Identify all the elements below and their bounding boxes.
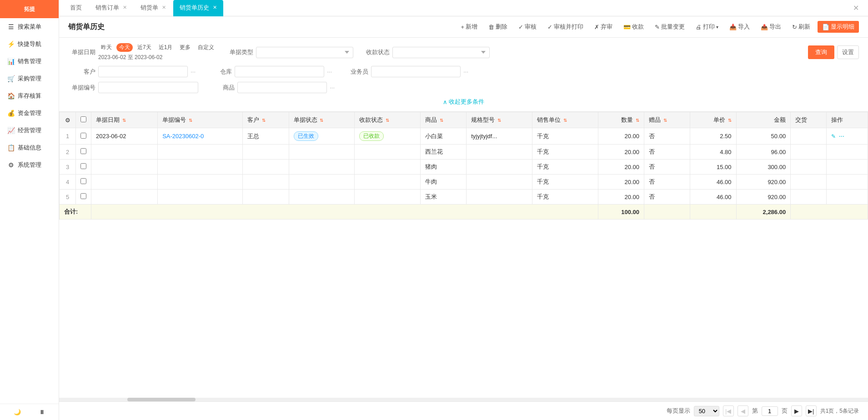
th-settings[interactable]: ⚙ — [60, 112, 76, 128]
tab-sales-history[interactable]: 销货单历史 ✕ — [173, 0, 223, 16]
horizontal-scrollbar[interactable] — [59, 398, 868, 401]
tab-close-sales-order[interactable]: ✕ — [123, 5, 127, 10]
row-checkbox-3[interactable] — [80, 163, 86, 169]
th-amount[interactable]: 金额 — [736, 112, 791, 128]
tab-sales-delivery[interactable]: 销货单 ✕ — [134, 0, 172, 16]
cell-doc-no-1: SA-20230602-0 — [158, 128, 243, 145]
th-quantity[interactable]: 数量 ⇅ — [598, 112, 644, 128]
first-page-button[interactable]: |◀ — [723, 405, 734, 416]
settings-button[interactable]: 设置 — [837, 45, 859, 59]
row-checkbox-5[interactable] — [80, 193, 86, 199]
delete-button[interactable]: 🗑 删除 — [485, 21, 511, 33]
page-input[interactable] — [762, 406, 778, 416]
th-doc-status[interactable]: 单据状态 ⇅ — [289, 112, 355, 128]
warehouse-dots[interactable]: ··· — [327, 68, 332, 75]
sidebar-item-basic-info[interactable]: 📋 基础信息 — [0, 139, 59, 156]
cell-quantity-4: 20.00 — [598, 175, 644, 190]
goods-dots[interactable]: ··· — [330, 84, 335, 91]
shortcut-more[interactable]: 更多 — [177, 43, 193, 52]
doc-no-input[interactable] — [98, 82, 198, 93]
cell-checkbox-4[interactable] — [76, 175, 91, 190]
customer-dots[interactable]: ··· — [191, 68, 196, 75]
pause-icon[interactable]: ⏸ — [39, 409, 45, 415]
th-payment-status[interactable]: 收款状态 ⇅ — [355, 112, 421, 128]
per-page-select[interactable]: 50 100 200 — [694, 406, 719, 416]
refresh-button[interactable]: ↻ 刷新 — [788, 21, 814, 33]
row-checkbox-1[interactable] — [80, 133, 86, 139]
import-icon: 📥 — [729, 24, 737, 30]
staff-input[interactable] — [371, 66, 461, 77]
sidebar: 拓提 ☰ 搜索菜单 ⚡ 快捷导航 📊 销售管理 🛒 采购管理 🏠 库存核算 💰 … — [0, 0, 59, 420]
sidebar-item-system[interactable]: ⚙ 系统管理 — [0, 156, 59, 174]
audit-print-button[interactable]: ✓ 审核并打印 — [544, 21, 587, 33]
doc-type-select[interactable] — [256, 47, 353, 58]
cell-spec-5 — [467, 190, 532, 205]
tab-close-sales-delivery[interactable]: ✕ — [162, 5, 166, 10]
cell-goods-4: 牛肉 — [420, 175, 466, 190]
th-unit-price[interactable]: 单价 ⇅ — [690, 112, 736, 128]
prev-page-button[interactable]: ◀ — [738, 405, 748, 416]
tab-close-sales-history[interactable]: ✕ — [213, 5, 217, 10]
query-button[interactable]: 查询 — [808, 45, 834, 59]
cell-checkbox-1[interactable] — [76, 128, 91, 145]
row-checkbox-4[interactable] — [80, 178, 86, 184]
next-page-button[interactable]: ▶ — [791, 405, 802, 416]
last-page-button[interactable]: ▶| — [806, 405, 817, 416]
sidebar-item-sales-mgmt[interactable]: 📊 销售管理 — [0, 53, 59, 70]
shortcut-today[interactable]: 今天 — [116, 43, 133, 52]
import-button[interactable]: 📥 导入 — [726, 21, 753, 33]
cell-row-num-2: 2 — [60, 145, 76, 160]
row-checkbox-2[interactable] — [80, 148, 86, 154]
doc-no-link-1[interactable]: SA-20230602-0 — [162, 133, 204, 140]
customer-input[interactable] — [98, 66, 188, 77]
theme-icon[interactable]: 🌙 — [14, 409, 21, 415]
th-checkbox[interactable] — [76, 112, 91, 128]
sort-goods-icon: ⇅ — [440, 118, 443, 123]
abandon-button[interactable]: ✗ 弃审 — [591, 21, 616, 33]
cell-checkbox-5[interactable] — [76, 190, 91, 205]
th-customer[interactable]: 客户 ⇅ — [243, 112, 289, 128]
cell-checkbox-3[interactable] — [76, 160, 91, 175]
shortcut-yesterday[interactable]: 昨天 — [98, 43, 115, 52]
shortcut-last1month[interactable]: 近1月 — [156, 43, 176, 52]
edit-btn-1[interactable]: ✎ — [831, 133, 836, 140]
th-spec[interactable]: 规格型号 ⇅ — [467, 112, 532, 128]
show-detail-button[interactable]: 📄 显示明细 — [818, 21, 859, 33]
goods-input[interactable] — [237, 82, 327, 93]
th-goods[interactable]: 商品 ⇅ — [420, 112, 466, 128]
add-button[interactable]: + 新增 — [457, 21, 481, 33]
cell-amount-5: 920.00 — [736, 190, 791, 205]
sort-doc-no-icon: ⇅ — [189, 118, 192, 123]
batch-change-button[interactable]: ✎ 批量变更 — [651, 21, 688, 33]
tab-sales-order[interactable]: 销售订单 ✕ — [89, 0, 133, 16]
sidebar-item-search-menu[interactable]: ☰ 搜索菜单 — [0, 18, 59, 35]
date-filter-label: 单据日期 — [68, 48, 95, 56]
more-btn-1[interactable]: ⋯ — [839, 133, 844, 140]
collapse-button[interactable]: ∧ 收起更多条件 — [68, 98, 859, 106]
sidebar-item-operations[interactable]: 📈 经营管理 — [0, 122, 59, 139]
export-button[interactable]: 📤 导出 — [757, 21, 785, 33]
sidebar-item-finance[interactable]: 💰 资金管理 — [0, 105, 59, 122]
sidebar-item-purchase-mgmt[interactable]: 🛒 采购管理 — [0, 70, 59, 87]
payment-status-select[interactable] — [392, 47, 490, 58]
th-doc-date[interactable]: 单据日期 ⇅ — [91, 112, 158, 128]
window-close-icon[interactable]: ✕ — [848, 4, 863, 12]
cell-transaction-1 — [791, 128, 827, 145]
cell-checkbox-2[interactable] — [76, 145, 91, 160]
sidebar-item-inventory[interactable]: 🏠 库存核算 — [0, 87, 59, 105]
print-button[interactable]: 🖨 打印 ▾ — [692, 21, 722, 33]
shortcut-last7days[interactable]: 近7天 — [135, 43, 154, 52]
shortcut-custom[interactable]: 自定义 — [195, 43, 217, 52]
audit-button[interactable]: ✓ 审核 — [515, 21, 540, 33]
th-unit[interactable]: 销售单位 ⇅ — [532, 112, 598, 128]
th-doc-no[interactable]: 单据编号 ⇅ — [158, 112, 243, 128]
select-all-checkbox[interactable] — [80, 116, 86, 122]
sidebar-item-quick-nav[interactable]: ⚡ 快捷导航 — [0, 35, 59, 53]
cell-customer-4 — [243, 175, 289, 190]
collect-button[interactable]: 💳 收款 — [620, 21, 647, 33]
th-gift[interactable]: 赠品 ⇅ — [644, 112, 690, 128]
tab-home[interactable]: 首页 — [64, 0, 88, 16]
staff-dots[interactable]: ··· — [463, 68, 468, 75]
warehouse-input[interactable] — [235, 66, 324, 77]
scrollbar-thumb[interactable] — [127, 398, 196, 401]
